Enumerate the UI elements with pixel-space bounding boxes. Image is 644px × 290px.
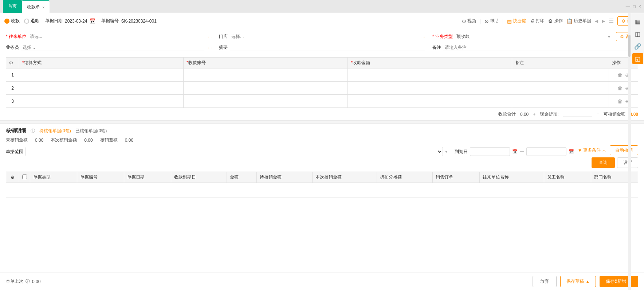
partner-field: * 往来单位 ··· bbox=[6, 33, 212, 40]
notes-input[interactable] bbox=[443, 44, 638, 51]
note-1[interactable] bbox=[512, 68, 609, 82]
date-value[interactable]: 2023-03-24 bbox=[65, 19, 87, 24]
help-btn[interactable]: ⊙ 帮助 bbox=[484, 18, 499, 24]
date-from-input[interactable]: 2022-04-01 bbox=[470, 147, 510, 156]
row-num-1: 1 bbox=[6, 68, 19, 82]
right-panel-btn-1[interactable]: ▦ bbox=[632, 16, 643, 27]
note-2[interactable] bbox=[512, 82, 609, 95]
right-panel-btn-4[interactable]: ◱ bbox=[632, 53, 643, 64]
voucher-range-dropdown[interactable]: ▾ bbox=[445, 149, 447, 154]
date-dash: — bbox=[520, 149, 524, 154]
more-conditions-btn[interactable]: ▼ 更多条件 ︿ bbox=[578, 147, 606, 153]
save-draft-btn[interactable]: 保存草稿 ▲ bbox=[560, 276, 596, 287]
refund-radio[interactable]: 退款 bbox=[24, 18, 39, 24]
partner-more-icon[interactable]: ··· bbox=[208, 34, 212, 39]
more-conditions-label: 更多条件 bbox=[583, 147, 601, 153]
query-btn[interactable]: 查询 bbox=[592, 157, 615, 168]
receipt-radio[interactable]: 收款 bbox=[4, 18, 20, 24]
amount-2[interactable] bbox=[348, 82, 512, 95]
pending-tab[interactable]: 待核销单据(0笔) bbox=[39, 128, 71, 134]
form-row-1: * 往来单位 ··· 门店 ··· * 业务类型 预收款 ▾ ⚙ bbox=[6, 32, 638, 41]
tab-bar: 首页 收款单 × — □ × bbox=[0, 0, 644, 13]
btcol-checkbox[interactable] bbox=[19, 172, 30, 183]
gear-col-icon[interactable]: ⚙ bbox=[9, 60, 13, 66]
settlement-2[interactable] bbox=[19, 82, 184, 95]
settlement-3[interactable] bbox=[19, 95, 184, 108]
voucher-range-select[interactable] bbox=[25, 147, 443, 156]
date-to-input[interactable]: 2022-04-12 bbox=[526, 147, 566, 156]
staff-input[interactable] bbox=[21, 44, 204, 51]
staff-more-icon[interactable]: ··· bbox=[208, 45, 212, 50]
btcol-gear[interactable]: ⚙ bbox=[6, 172, 19, 183]
delete-row-3-btn[interactable]: 🗑 bbox=[617, 98, 623, 104]
discount-input[interactable] bbox=[563, 111, 592, 117]
operations-btn[interactable]: ⚙ 操作 bbox=[548, 18, 563, 24]
nav-left-icon[interactable]: ◀ bbox=[595, 19, 598, 24]
ops-2: 🗑 ⊕ bbox=[609, 82, 638, 95]
table-wrapper: ⚙ *结算方式 *收款账号 *收款金额 备注 操作 1 bbox=[0, 57, 644, 108]
due-date-label: 到期日 bbox=[455, 149, 468, 155]
amount-3[interactable] bbox=[348, 95, 512, 108]
account-1[interactable] bbox=[184, 68, 348, 82]
prev-value: 0.00 bbox=[32, 279, 40, 284]
voucher-range-field: 单据范围 ▾ bbox=[6, 147, 447, 156]
summary-row: 收款合计 0.00 + 现金折扣: = 可核销金额 0.00 bbox=[0, 108, 644, 120]
window-close-btn[interactable]: × bbox=[639, 4, 641, 9]
voucher-range-label: 单据范围 bbox=[6, 149, 23, 155]
maximize-btn[interactable]: □ bbox=[633, 4, 636, 9]
store-label: 门店 bbox=[219, 34, 228, 40]
settlement-1[interactable] bbox=[19, 68, 184, 82]
prev-info-icon[interactable]: ⓘ bbox=[25, 278, 30, 285]
table-row: 3 🗑 ⊕ bbox=[6, 95, 638, 108]
abandon-btn[interactable]: 放弃 bbox=[533, 276, 557, 287]
summary-input[interactable] bbox=[230, 44, 425, 51]
ops-1: 🗑 ⊕ bbox=[609, 68, 638, 82]
minimize-btn[interactable]: — bbox=[626, 4, 630, 9]
auto-recon-btn[interactable]: 自动核销 bbox=[610, 145, 638, 155]
form-row-2: 业务员 ··· 摘要 备注 bbox=[6, 44, 638, 51]
plus-symbol: + bbox=[533, 112, 535, 117]
print-btn[interactable]: 🖨 打印 bbox=[530, 18, 545, 24]
recon-info-icon[interactable]: ⓘ bbox=[31, 128, 35, 134]
save-new-label: 保存&新增 bbox=[606, 278, 626, 285]
recon-settings-btn[interactable]: 设置 bbox=[617, 157, 638, 168]
list-view-icon[interactable]: ☰ bbox=[609, 17, 614, 24]
tab-close-icon[interactable]: × bbox=[42, 5, 44, 9]
video-btn[interactable]: ⊙ 视频 bbox=[462, 18, 476, 24]
delete-row-1-btn[interactable]: 🗑 bbox=[617, 72, 623, 78]
tab-receipt[interactable]: 收款单 × bbox=[22, 0, 50, 13]
history-btn[interactable]: 📋 历史单据 bbox=[566, 18, 591, 24]
col-gear[interactable]: ⚙ bbox=[6, 58, 19, 68]
account-3[interactable] bbox=[184, 95, 348, 108]
gear-bt-icon[interactable]: ⚙ bbox=[11, 175, 15, 180]
footer-actions: 放弃 保存草稿 ▲ 保存&新增 ▲ bbox=[533, 276, 638, 287]
calendar-from-icon[interactable]: 📅 bbox=[512, 149, 518, 154]
number-value[interactable]: SK-20230324-001 bbox=[121, 19, 156, 24]
store-field: 门店 ··· bbox=[219, 33, 425, 40]
select-all-checkbox[interactable] bbox=[22, 175, 27, 179]
done-tab[interactable]: 已核销单据(0笔) bbox=[75, 128, 107, 134]
nav-right-icon[interactable]: ▶ bbox=[602, 19, 605, 24]
tab-home[interactable]: 首页 bbox=[3, 0, 22, 13]
right-panel-btn-2[interactable]: ◫ bbox=[632, 28, 643, 39]
partner-input[interactable] bbox=[28, 33, 204, 40]
account-2[interactable] bbox=[184, 82, 348, 95]
right-scrollbar bbox=[628, 13, 631, 290]
right-panel-btn-3[interactable]: 🔗 bbox=[632, 41, 643, 52]
query-settings-row: 查询 设置 bbox=[592, 157, 638, 168]
save-new-btn[interactable]: 保存&新增 ▲ bbox=[600, 276, 638, 287]
btcol-partner: 往来单位名称 bbox=[479, 172, 544, 183]
calendar-icon[interactable]: 📅 bbox=[89, 18, 95, 24]
shortcut-btn[interactable]: ▤ 快捷键 bbox=[507, 18, 526, 24]
print-icon: 🖨 bbox=[530, 18, 535, 24]
store-more-icon[interactable]: ··· bbox=[421, 34, 425, 39]
business-type-dropdown-icon[interactable]: ▾ bbox=[608, 34, 610, 39]
reconciliation-section: 核销明细 ⓘ 待核销单据(0笔) 已核销单据(0笔) 未核销金额 0.00 本次… bbox=[0, 124, 644, 172]
note-3[interactable] bbox=[512, 95, 609, 108]
store-input[interactable] bbox=[230, 33, 417, 40]
amount-1[interactable] bbox=[348, 68, 512, 82]
calendar-to-icon[interactable]: 📅 bbox=[569, 149, 574, 154]
scrollbar-thumb[interactable] bbox=[628, 35, 631, 57]
delete-row-2-btn[interactable]: 🗑 bbox=[617, 85, 623, 91]
form-area: * 往来单位 ··· 门店 ··· * 业务类型 预收款 ▾ ⚙ bbox=[0, 29, 644, 57]
